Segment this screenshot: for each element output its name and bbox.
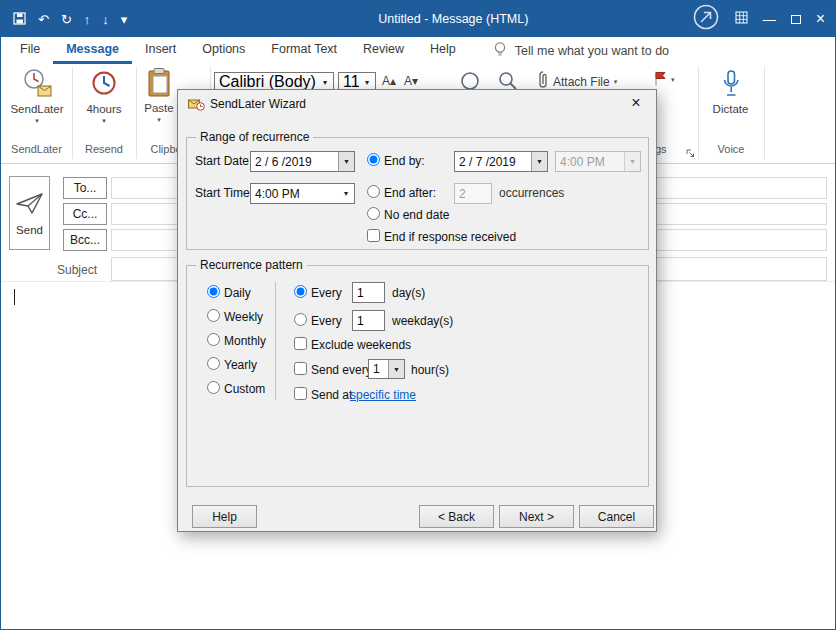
no-end-date-radio[interactable] (367, 207, 380, 220)
shrink-font-button[interactable]: A▾ (404, 74, 418, 88)
send-every-label: Send every (311, 363, 372, 377)
next-button[interactable]: Next > (499, 505, 574, 528)
dialog-close-button[interactable]: × (624, 93, 648, 114)
wizard-envelope-clock-icon (188, 97, 205, 115)
tab-format-text[interactable]: Format Text (258, 37, 350, 64)
tab-file[interactable]: File (7, 37, 53, 64)
every-days-radio[interactable] (294, 285, 307, 298)
pattern-monthly-radio[interactable] (207, 333, 220, 346)
start-time-value: 4:00 PM (251, 184, 338, 203)
end-after-radio[interactable] (367, 185, 380, 198)
end-by-date-combo[interactable]: 2 / 7 /2019 ▼ (454, 151, 548, 172)
bcc-button[interactable]: Bcc... (63, 229, 107, 251)
tell-me-label: Tell me what you want to do (515, 44, 669, 58)
ribbon-tab-row: File Message Insert Options Format Text … (1, 37, 835, 64)
sendlater-label: SendLater (10, 103, 63, 115)
save-icon[interactable] (13, 12, 26, 27)
cancel-button[interactable]: Cancel (579, 505, 654, 528)
cc-button[interactable]: Cc... (63, 203, 107, 225)
tab-review[interactable]: Review (350, 37, 417, 64)
grow-font-button[interactable]: A▴ (382, 74, 396, 88)
minimize-button[interactable]: — (763, 13, 776, 26)
group-label-voice: Voice (698, 143, 764, 155)
tab-help[interactable]: Help (417, 37, 469, 64)
exclude-weekends-checkbox[interactable] (294, 337, 307, 350)
end-by-time-combo: 4:00 PM ▼ (555, 151, 641, 172)
start-date-combo[interactable]: 2 / 6 /2019 ▼ (250, 151, 355, 172)
pattern-weekly-radio[interactable] (207, 309, 220, 322)
resend-clock-icon (90, 67, 118, 101)
help-button[interactable]: Help (192, 505, 257, 528)
pattern-daily-radio[interactable] (207, 285, 220, 298)
send-every-checkbox[interactable] (294, 362, 307, 375)
move-down-icon[interactable]: ↓ (102, 13, 109, 26)
occurrences-label: occurrences (499, 186, 564, 200)
dropdown-arrow-icon[interactable]: ▼ (388, 360, 404, 378)
every-weekdays-input[interactable] (352, 310, 385, 331)
dropdown-arrow-icon[interactable]: ▼ (531, 152, 547, 171)
window-controls: — × (692, 3, 835, 35)
every-weekdays-radio[interactable] (294, 313, 307, 326)
tags-dialog-launcher-icon[interactable] (685, 145, 696, 163)
tab-options[interactable]: Options (189, 37, 258, 64)
pattern-yearly-label: Yearly (224, 358, 257, 372)
chevron-down-icon: ▾ (102, 117, 106, 125)
send-every-suffix: hour(s) (411, 363, 449, 377)
undo-icon[interactable]: ↶ (38, 13, 49, 26)
end-by-radio[interactable] (367, 153, 380, 166)
start-time-combo[interactable]: 4:00 PM ▾ (250, 183, 355, 204)
send-at-checkbox[interactable] (294, 387, 307, 400)
pattern-yearly-radio[interactable] (207, 357, 220, 370)
chevron-down-icon: ▾ (614, 78, 618, 86)
specific-time-link[interactable]: specific time (350, 388, 416, 402)
group-label-resend: Resend (72, 143, 136, 155)
quick-access-toolbar: ↶ ↻ ↑ ↓ ▾ (1, 12, 215, 27)
send-button[interactable]: Send (9, 176, 50, 250)
send-every-hours-combo[interactable]: 1 ▼ (368, 359, 405, 379)
pattern-custom-label: Custom (224, 382, 265, 396)
move-up-icon[interactable]: ↑ (84, 13, 91, 26)
pattern-custom-radio[interactable] (207, 381, 220, 394)
dialog-title: SendLater Wizard (210, 97, 306, 111)
attach-file-label: Attach File (553, 75, 610, 89)
follow-up-flag-button[interactable]: ▾ (653, 70, 675, 90)
paste-label: Paste (144, 102, 173, 114)
flag-icon (653, 70, 667, 90)
end-if-response-checkbox[interactable] (367, 229, 380, 242)
redo-icon[interactable]: ↻ (61, 13, 72, 26)
pattern-legend: Recurrence pattern (196, 258, 307, 272)
dropdown-arrow-icon[interactable]: ▼ (338, 152, 354, 171)
end-by-label: End by: (384, 154, 425, 168)
to-button[interactable]: To... (63, 177, 107, 199)
end-by-date-value: 2 / 7 /2019 (455, 152, 531, 171)
share-arrow-icon (692, 3, 720, 35)
customize-toolbar-icon[interactable]: ▾ (121, 13, 128, 26)
dropdown-arrow-icon: ▼ (624, 152, 640, 171)
end-after-label: End after: (384, 186, 436, 200)
start-date-value: 2 / 6 /2019 (251, 152, 338, 171)
pattern-monthly-label: Monthly (224, 334, 266, 348)
send-at-label: Send at (311, 388, 352, 402)
chevron-down-icon: ▾ (35, 117, 39, 125)
every-days-suffix: day(s) (392, 286, 425, 300)
close-window-button[interactable]: × (816, 11, 825, 27)
end-by-time-value: 4:00 PM (556, 152, 624, 171)
maximize-button[interactable] (791, 15, 801, 24)
tab-insert[interactable]: Insert (132, 37, 189, 64)
subject-label: Subject (57, 263, 97, 277)
paper-plane-icon (15, 191, 45, 219)
exclude-weekends-label: Exclude weekends (311, 338, 411, 352)
lightbulb-icon (493, 41, 507, 61)
send-every-hours-value: 1 (369, 360, 388, 378)
group-label-sendlater: SendLater (1, 143, 72, 155)
grid-icon[interactable] (735, 10, 748, 28)
end-after-occurrences-input (454, 183, 492, 204)
text-cursor (14, 289, 15, 305)
back-button[interactable]: < Back (419, 505, 494, 528)
every-days-input[interactable] (352, 282, 385, 303)
chevron-down-icon[interactable]: ▾ (338, 184, 354, 203)
microphone-icon (719, 67, 743, 101)
start-time-label: Start Time: (195, 186, 253, 200)
tell-me-box[interactable]: Tell me what you want to do (493, 37, 669, 64)
tab-message[interactable]: Message (53, 37, 132, 64)
